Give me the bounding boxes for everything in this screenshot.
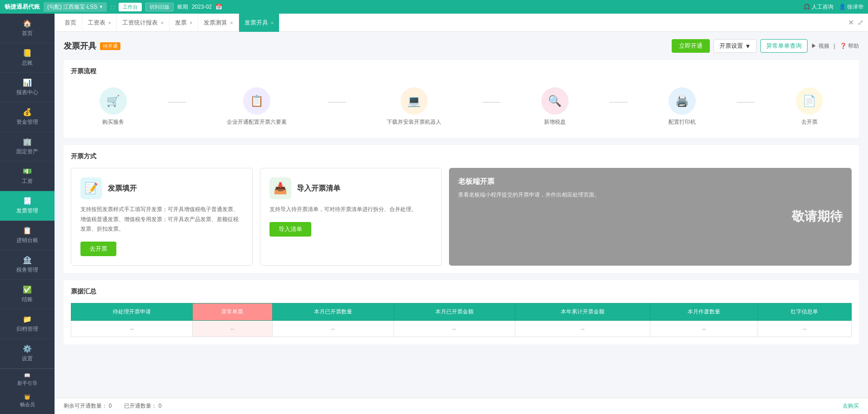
sidebar-item-funds[interactable]: 💰 资金管理 <box>0 102 55 132</box>
main-layout: 🏠 首页 📒 总账 📊 报表中心 💰 资金管理 🏢 固定资产 💵 工资 🧾 发票… <box>0 14 868 414</box>
import-list-title: 导入开票清单 <box>297 184 340 193</box>
import-list-desc: 支持导入待开票清单，可对待开票清单进行拆分、合并处理。 <box>269 205 432 215</box>
period-value[interactable]: 2023-02 <box>192 4 212 10</box>
flow-step-printer[interactable]: 🖨️ 配置打印机 <box>668 87 696 126</box>
flow-title: 开票流程 <box>71 67 852 76</box>
tax-icon: 🏦 <box>23 256 32 264</box>
step-divider-3 <box>482 102 500 103</box>
abnormal-query-button[interactable]: 异常单单查询 <box>760 39 808 53</box>
val-red-info: -- <box>758 320 851 337</box>
sidebar-bottom: 📖 新手引导 👑 畅会员 📌 取消固定 <box>0 369 55 414</box>
guide-icon: 📖 <box>24 373 30 379</box>
member-icon: 👑 <box>24 394 30 400</box>
val-abnormal: -- <box>193 320 273 337</box>
flow-section: 开票流程 🛒 购买服务 📋 企业开通配置开票六要素 💻 下载并安装开票机器人 <box>64 60 859 138</box>
tab-close-invoice-tool[interactable]: × <box>271 20 274 25</box>
sidebar-item-guide[interactable]: 📖 新手引导 <box>0 369 55 390</box>
col-pending: 待处理开票申请 <box>71 303 193 320</box>
tab-restore-icon[interactable]: ⤢ <box>858 18 863 27</box>
make-invoice-icon: 📄 <box>796 87 823 115</box>
copy-icon[interactable]: ⬚ <box>110 4 115 10</box>
fill-invoice-button[interactable]: 去开票 <box>80 242 116 256</box>
sidebar-item-reports[interactable]: 📊 报表中心 <box>0 73 55 102</box>
fill-invoice-icon: 📝 <box>80 177 102 199</box>
coming-soon-label: 敬请期待 <box>792 208 843 225</box>
reports-icon: 📊 <box>23 78 32 87</box>
sidebar-item-member[interactable]: 👑 畅会员 <box>0 390 55 412</box>
dropdown-icon: ▼ <box>745 43 751 50</box>
fill-invoice-title: 发票填开 <box>108 184 137 193</box>
sidebar-item-salary[interactable]: 💵 工资 <box>0 162 55 191</box>
video-help-icon[interactable]: ▶ 视频 <box>811 42 829 50</box>
val-year-amount: -- <box>515 320 650 337</box>
app-logo: 畅捷通易代账 <box>5 3 40 11</box>
open-settings-button[interactable]: 开票设置 ▼ <box>713 39 757 53</box>
tab-close-salary-table[interactable]: × <box>108 20 111 25</box>
sidebar-item-purchase[interactable]: 📋 进销台账 <box>0 221 55 250</box>
method-card-fill: 📝 发票填开 支持按照发票样式手工填写开发票；可开具增值税电子普通发票、增值税普… <box>71 168 253 266</box>
sidebar-item-pin[interactable]: 📌 取消固定 <box>0 412 55 414</box>
headset-icon: 🎧 <box>803 4 810 10</box>
sidebar-item-assets[interactable]: 🏢 固定资产 <box>0 132 55 162</box>
fill-invoice-desc: 支持按照发票样式手工填写开发票；可开具增值税电子普通发票、增值税普通发票、增值税… <box>80 205 243 234</box>
assets-icon: 🏢 <box>23 137 32 146</box>
val-today-amount: -- <box>394 320 515 337</box>
tab-close-invoice-calc[interactable]: × <box>230 20 233 25</box>
sidebar-item-settings[interactable]: ⚙️ 设置 <box>0 339 55 369</box>
sidebar-item-settlement[interactable]: ✅ 结账 <box>0 280 55 309</box>
method-card-import: 📥 导入开票清单 支持导入待开票清单，可对待开票清单进行拆分、合并处理。 导入清… <box>260 168 442 266</box>
tab-invoice-calc[interactable]: 发票测算 × <box>198 14 239 32</box>
tab-salary-stats[interactable]: 工资统计报表 × <box>117 14 169 32</box>
page-header: 发票开具 待开通 立即开通 开票设置 ▼ 异常单单查询 ▶ 视频 | ❓ 帮助 <box>64 39 859 53</box>
method-card-old-boss: 老板端开票 查看老板端小程序提交的开票申请，并作出相应处理页面。 敬请期待 <box>449 168 852 266</box>
purchase-icon: 📋 <box>23 226 32 235</box>
summary-table: 待处理开票申请 异常单票 本月已开票数量 本月已开票金额 本年累计开票金额 本月… <box>71 303 852 337</box>
top-bar-right: 🎧 人工咨询 👤 徐泽华 <box>803 3 863 11</box>
flow-step-config[interactable]: 📋 企业开通配置开票六要素 <box>227 87 287 126</box>
page-title: 发票开具 <box>64 40 96 51</box>
period-label: 账期 <box>177 3 188 11</box>
summary-title: 票据汇总 <box>71 288 852 296</box>
tab-close-invoice[interactable]: × <box>190 20 192 25</box>
step-divider-1 <box>168 102 186 103</box>
company-selector[interactable]: (勾配) 江西服宝-LSS <box>44 2 107 12</box>
methods-title: 开票方式 <box>71 152 852 161</box>
calendar-icon[interactable]: 📅 <box>215 4 222 10</box>
tab-close-all-icon[interactable]: ✕ <box>848 18 854 27</box>
tab-home[interactable]: 首页 <box>59 14 82 32</box>
buy-link[interactable]: 去购买 <box>843 402 859 410</box>
help-icon[interactable]: ❓ 帮助 <box>840 42 859 50</box>
col-abnormal: 异常单票 <box>193 303 273 320</box>
tab-close-salary-stats[interactable]: × <box>160 20 163 25</box>
flow-step-download[interactable]: 💻 下载并安装开票机器人 <box>387 87 441 126</box>
import-list-button[interactable]: 导入清单 <box>269 222 311 237</box>
switch-old-button[interactable]: 切到旧版 <box>145 3 174 11</box>
customer-service[interactable]: 🎧 人工咨询 <box>803 3 833 11</box>
open-now-button[interactable]: 立即开通 <box>672 39 710 53</box>
top-bar-left: 畅捷通易代账 (勾配) 江西服宝-LSS ⬚ 工作台 切到旧版 账期 2023-… <box>5 2 222 12</box>
home-icon: 🏠 <box>23 19 32 28</box>
sidebar-item-invoice[interactable]: 🧾 发票管理 <box>0 191 55 221</box>
flow-step-buy[interactable]: 🛒 购买服务 <box>100 87 127 126</box>
user-profile[interactable]: 👤 徐泽华 <box>839 3 863 11</box>
sidebar-item-archive[interactable]: 📁 归档管理 <box>0 309 55 339</box>
page-help: ▶ 视频 | ❓ 帮助 <box>811 42 859 50</box>
avatar-icon: 👤 <box>839 4 846 10</box>
sidebar-item-tax[interactable]: 🏦 税务管理 <box>0 250 55 280</box>
old-boss-title: 老板端开票 <box>458 177 843 187</box>
settings-icon: ⚙️ <box>23 344 32 353</box>
archive-icon: 📁 <box>23 315 32 323</box>
sidebar-item-home[interactable]: 🏠 首页 <box>0 14 55 43</box>
old-boss-desc: 查看老板端小程序提交的开票申请，并作出相应处理页面。 <box>458 190 843 257</box>
invoice-icon: 🧾 <box>23 197 32 205</box>
flow-step-make[interactable]: 📄 去开票 <box>796 87 823 126</box>
sidebar: 🏠 首页 📒 总账 📊 报表中心 💰 资金管理 🏢 固定资产 💵 工资 🧾 发票… <box>0 14 55 414</box>
tab-invoice[interactable]: 发票 × <box>170 14 198 32</box>
sidebar-item-ledger[interactable]: 📒 总账 <box>0 43 55 73</box>
top-bar: 畅捷通易代账 (勾配) 江西服宝-LSS ⬚ 工作台 切到旧版 账期 2023-… <box>0 0 868 14</box>
workbench-button[interactable]: 工作台 <box>119 3 142 11</box>
flow-step-tax[interactable]: 🔍 新增税盘 <box>541 87 569 126</box>
tab-invoice-tool[interactable]: 发票开具 × <box>239 14 279 32</box>
tab-salary-table[interactable]: 工资表 × <box>82 14 117 32</box>
col-month-void: 本月作废数量 <box>650 303 758 320</box>
